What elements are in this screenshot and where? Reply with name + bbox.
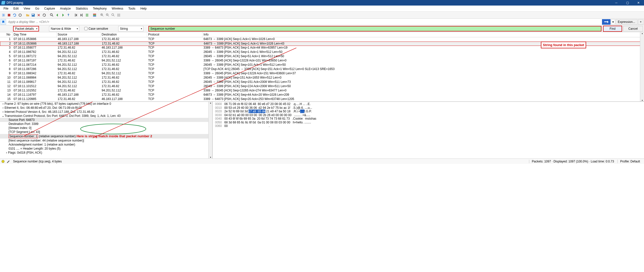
add-filter-button[interactable]: +	[638, 19, 643, 25]
maximize-button[interactable]: ▢	[622, 0, 633, 6]
next-icon[interactable]	[60, 13, 65, 18]
resize-columns-icon[interactable]	[116, 13, 121, 18]
detail-flags[interactable]: ›Flags: 0x018 (PSH, ACK)	[0, 151, 212, 155]
packet-details-pane[interactable]: ›Frame 2: 97 bytes on wire (776 bits), 9…	[0, 102, 213, 158]
stop-capture-icon[interactable]	[7, 13, 12, 18]
packet-row[interactable]: 607:16:11.087197172.31.46.8294.201.52.11…	[0, 59, 644, 63]
status-profile[interactable]: Profile: Default	[617, 160, 642, 163]
detail-nextseq[interactable]: [Next sequence number: 44 (relative sequ…	[0, 139, 212, 143]
edit-icon[interactable]	[7, 159, 11, 163]
last-icon[interactable]	[79, 13, 84, 18]
hex-row[interactable]: 0020 2e 52 fd 69 0d 3d c7 a9 b5 de 21 e9…	[215, 110, 644, 113]
menu-file[interactable]: File	[1, 6, 11, 12]
packet-row[interactable]: 107:16:11.05388646.183.117.188172.31.46.…	[0, 37, 644, 42]
close-file-icon[interactable]	[36, 13, 41, 18]
packet-row[interactable]: 1507:16:11.120985172.31.46.8246.183.117.…	[0, 97, 644, 101]
first-icon[interactable]	[73, 13, 78, 18]
menu-edit[interactable]: Edit	[11, 6, 21, 12]
find-button[interactable]: Find	[603, 26, 622, 32]
hex-row[interactable]: 0060 00 .	[215, 124, 644, 128]
packet-row[interactable]: 507:16:11.08717294.201.52.112172.31.46.8…	[0, 54, 644, 59]
detail-seqnum[interactable]: Sequence number: 1 (relative sequence nu…	[0, 134, 212, 139]
hex-row[interactable]: 0030 04 02 b1 a0 00 00 03 00 00 2b 26 e0…	[215, 113, 644, 117]
zoom-reset-icon[interactable]	[111, 13, 116, 18]
cancel-button[interactable]: Cancel	[623, 26, 643, 31]
svg-rect-4	[93, 14, 96, 15]
search-type-dropdown[interactable]: String	[118, 26, 143, 31]
minimize-button[interactable]: ─	[611, 0, 622, 6]
start-capture-icon[interactable]	[1, 13, 6, 18]
menu-wireless[interactable]: Wireless	[109, 6, 126, 12]
menu-help[interactable]: Help	[138, 6, 149, 12]
detail-ack[interactable]: Acknowledgment number: 1 (relative ack n…	[0, 143, 212, 147]
packet-row[interactable]: 1307:16:11.101552172.31.46.8294.201.52.1…	[0, 89, 644, 93]
detail-seglen[interactable]: [TCP Segment Len: 43]	[0, 130, 212, 134]
search-width-dropdown[interactable]: Narrow & Wide	[49, 26, 79, 31]
bookmark-icon[interactable]	[1, 19, 6, 25]
detail-hdrlen[interactable]: 0101 .... = Header Length: 20 bytes (5)	[0, 147, 212, 151]
prev-icon[interactable]	[55, 13, 60, 18]
menu-go[interactable]: Go	[33, 6, 42, 12]
find-icon[interactable]	[49, 13, 54, 18]
svg-point-1	[19, 14, 21, 16]
detail-stream[interactable]: [Stream index: 0]	[0, 126, 212, 130]
detail-dst-port[interactable]: Destination Port: 3389	[0, 122, 212, 126]
restart-capture-icon[interactable]	[12, 13, 17, 18]
menu-analyze[interactable]: Analyze	[58, 6, 73, 12]
find-bar: Packet details Narrow & Wide Case sensit…	[0, 25, 644, 32]
apply-filter-button[interactable]	[602, 19, 611, 25]
packet-row[interactable]: 1107:16:11.08981794.201.52.112172.31.46.…	[0, 80, 644, 84]
hex-row[interactable]: 0050 68 3d 68 65 6c 6c 6f 0d 0a 01 00 08…	[215, 121, 644, 124]
zoom-in-icon[interactable]	[100, 13, 105, 18]
col-source[interactable]: Source	[57, 32, 101, 37]
menu-statistics[interactable]: Statistics	[73, 6, 90, 12]
detail-ip[interactable]: ›Internet Protocol Version 4, Src: 46.18…	[0, 110, 212, 114]
filter-history-dropdown[interactable]: ▾	[611, 19, 615, 25]
menu-tools[interactable]: Tools	[126, 6, 138, 12]
detail-ethernet[interactable]: ›Ethernet II, Src: 06:48:80:e6:d7:20, Ds…	[0, 106, 212, 110]
colorize-icon[interactable]	[92, 13, 97, 18]
col-info[interactable]: Info	[203, 32, 644, 37]
col-destination[interactable]: Destination	[101, 32, 147, 37]
menu-view[interactable]: View	[21, 6, 33, 12]
packet-row[interactable]: 1407:16:11.11679746.183.117.188172.31.46…	[0, 93, 644, 97]
zoom-out-icon[interactable]	[105, 13, 110, 18]
goto-icon[interactable]	[66, 13, 71, 18]
packet-row[interactable]: 907:16:11.088342172.31.46.8294.201.52.11…	[0, 72, 644, 76]
packet-row[interactable]: 407:16:11.08678294.201.52.112172.31.46.8…	[0, 50, 644, 54]
find-input[interactable]	[148, 26, 602, 31]
packet-rows: String found in this packet 107:16:11.05…	[0, 37, 644, 101]
svg-rect-5	[93, 15, 96, 16]
expression-button[interactable]: Expression...	[616, 19, 637, 25]
display-filter-bar: ▾ Expression... +	[0, 19, 644, 25]
menu-capture[interactable]: Capture	[42, 6, 58, 12]
options-icon[interactable]	[18, 13, 23, 18]
open-icon[interactable]	[25, 13, 30, 18]
display-filter-input[interactable]	[7, 19, 601, 25]
packet-list-scrollbar[interactable]	[640, 32, 644, 101]
search-in-dropdown[interactable]: Packet details	[13, 26, 39, 31]
packet-row[interactable]: 807:16:11.08728694.201.52.112172.31.46.8…	[0, 67, 644, 72]
detail-frame[interactable]: ›Frame 2: 97 bytes on wire (776 bits), 9…	[0, 102, 212, 106]
reload-icon[interactable]	[42, 13, 47, 18]
case-sensitive-checkbox[interactable]: Case sensitive	[84, 27, 108, 30]
col-protocol[interactable]: Protocol	[147, 32, 203, 37]
svg-rect-6	[93, 16, 96, 17]
save-icon[interactable]	[31, 13, 36, 18]
hex-row[interactable]: 0010 00 53 c4 29 40 00 36 06 d2 94 2e b7…	[215, 106, 644, 110]
col-no[interactable]: No	[0, 32, 13, 37]
autoscroll-icon[interactable]	[85, 13, 90, 18]
menu-telephony[interactable]: Telephony	[90, 6, 109, 12]
hex-row[interactable]: 0040 00 43 6f 6f 6b 69 65 3a 20 6d 73 74…	[215, 117, 644, 121]
packet-row[interactable]: 707:16:11.08721494.201.52.112172.31.46.8…	[0, 63, 644, 67]
col-time[interactable]: Day Time	[13, 32, 57, 37]
detail-tcp[interactable]: ⌄Transmission Control Protocol, Src Port…	[0, 114, 212, 118]
packet-row[interactable]: 1007:16:11.08898494.201.52.112172.31.46.…	[0, 76, 644, 80]
hex-dump-pane[interactable]: 0000 06 71 09 cb f8 02 06 48 80 e6 d7 20…	[213, 102, 644, 158]
packet-row[interactable]: 1207:16:11.10151294.201.52.112172.31.46.…	[0, 84, 644, 89]
detail-src-port[interactable]: Source Port: 64873	[0, 118, 212, 122]
close-button[interactable]: ✕	[633, 0, 644, 6]
hex-row[interactable]: 0000 06 71 09 cb f8 02 06 48 80 e6 d7 20…	[215, 102, 644, 106]
expert-info-icon[interactable]	[2, 160, 5, 163]
details-scrollbar[interactable]	[208, 102, 212, 158]
